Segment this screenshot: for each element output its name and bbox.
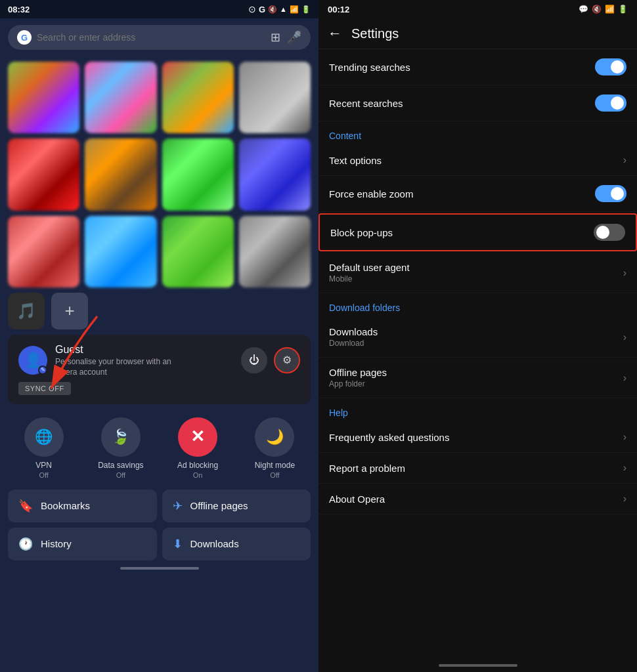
data-savings-status: Off [116, 471, 125, 479]
speed-dial-9[interactable] [8, 216, 79, 287]
speed-dial-11[interactable] [162, 216, 234, 287]
faq-arrow: › [623, 431, 626, 443]
speed-dial-3[interactable] [162, 62, 234, 133]
speed-dial-10[interactable] [85, 216, 156, 287]
recent-searches-item[interactable]: Recent searches [318, 85, 637, 121]
settings-button[interactable]: ⚙ [274, 347, 300, 373]
bookmarks-icon: 🔖 [18, 499, 33, 513]
vpn-action[interactable]: 🌐 VPN Off [11, 417, 77, 479]
bookmarks-label: Bookmarks [41, 500, 90, 511]
speed-dial-6[interactable] [85, 138, 156, 210]
downloads-link[interactable]: ⬇ Downloads [162, 528, 311, 560]
opera-icon: ⊙ [248, 4, 256, 14]
search-bar[interactable]: G ⊞ 🎤 [8, 25, 311, 50]
night-mode-status: Off [270, 471, 279, 479]
status-bar-left: 08:32 ⊙ G 🔇 ▲ 📶 🔋 [0, 0, 318, 18]
offline-pages-link[interactable]: ✈ Offline pages [162, 490, 311, 522]
speed-dial-2[interactable] [85, 62, 156, 133]
block-popups-item[interactable]: Block pop-ups [318, 213, 637, 251]
history-label: History [41, 538, 72, 549]
speed-dial-7[interactable] [162, 138, 234, 210]
account-row: 👤 ✎ Guest Personalise your browser with … [18, 344, 300, 377]
avatar: 👤 ✎ [18, 346, 47, 375]
back-button[interactable]: ← [328, 25, 342, 42]
power-button[interactable]: ⏻ [241, 347, 267, 373]
downloads-item[interactable]: Downloads Download › [318, 317, 637, 358]
signal-icon: 📶 [290, 5, 299, 14]
signal-icon-right: 📶 [605, 5, 615, 14]
about-opera-item[interactable]: About Opera › [318, 484, 637, 514]
adblock-label: Ad blocking [177, 461, 218, 470]
speed-dial-8[interactable] [239, 138, 311, 210]
mic-icon[interactable]: 🎤 [287, 30, 301, 45]
adblock-icon: ✕ [178, 417, 217, 457]
recent-searches-toggle[interactable] [595, 94, 626, 112]
text-options-label-wrap: Text options [329, 155, 382, 166]
right-panel: 00:12 💬 🔇 📶 🔋 ← Settings Trending search… [318, 0, 637, 672]
trending-searches-toggle[interactable] [595, 58, 626, 75]
report-problem-label-wrap: Report a problem [329, 463, 405, 474]
sync-button[interactable]: SYNC OFF [18, 382, 71, 395]
qr-icon[interactable]: ⊞ [271, 30, 280, 45]
user-agent-label-wrap: Default user agent Mobile [329, 262, 410, 284]
quick-actions: 🌐 VPN Off 🍃 Data savings Off ✕ Ad blocki… [0, 410, 318, 487]
block-popups-toggle[interactable] [594, 224, 625, 241]
trending-searches-label: Trending searches [329, 62, 410, 73]
user-agent-sublabel: Mobile [329, 274, 410, 284]
speed-dial-5[interactable] [8, 138, 79, 210]
adblock-status: On [193, 471, 203, 479]
downloads-sublabel: Download [329, 339, 378, 348]
downloads-arrow: › [623, 331, 626, 343]
downloads-label-wrap: Downloads Download [329, 326, 378, 348]
vpn-icon: 🌐 [24, 417, 64, 457]
about-opera-arrow: › [623, 493, 626, 505]
text-options-label: Text options [329, 155, 382, 166]
about-opera-label-wrap: About Opera [329, 494, 385, 505]
block-popups-label: Block pop-ups [330, 227, 393, 238]
text-options-item[interactable]: Text options › [318, 145, 637, 176]
speed-dial-4[interactable] [239, 62, 311, 133]
trending-searches-item[interactable]: Trending searches [318, 49, 637, 85]
night-mode-action[interactable]: 🌙 Night mode Off [242, 417, 307, 479]
report-problem-item[interactable]: Report a problem › [318, 453, 637, 484]
status-icons-right: 💬 🔇 📶 🔋 [579, 5, 628, 14]
data-savings-action[interactable]: 🍃 Data savings Off [88, 417, 154, 479]
settings-list: Trending searches Recent searches Conten… [318, 49, 637, 659]
force-zoom-toggle[interactable] [595, 185, 626, 202]
search-input[interactable] [37, 32, 265, 43]
bottom-icons-row: 🎵 + [0, 293, 318, 329]
recent-searches-label-wrap: Recent searches [329, 98, 403, 109]
history-icon: 🕐 [18, 537, 33, 551]
mute-icon: 🔇 [268, 5, 277, 14]
offline-pages-item[interactable]: Offline pages App folder › [318, 358, 637, 398]
search-bar-icons: ⊞ 🎤 [271, 30, 301, 45]
google-logo: G [17, 30, 32, 45]
bookmarks-link[interactable]: 🔖 Bookmarks [8, 490, 157, 522]
downloads-icon: ⬇ [173, 537, 183, 551]
speed-dial-12[interactable] [239, 216, 311, 287]
status-time-right: 00:12 [328, 5, 349, 14]
left-panel: 08:32 ⊙ G 🔇 ▲ 📶 🔋 G ⊞ 🎤 [0, 0, 318, 672]
block-popups-label-wrap: Block pop-ups [330, 227, 393, 238]
music-app-icon[interactable]: 🎵 [8, 293, 45, 329]
trending-searches-label-wrap: Trending searches [329, 62, 410, 73]
battery-icon: 🔋 [301, 5, 311, 14]
status-icons-left: ⊙ G 🔇 ▲ 📶 🔋 [248, 4, 311, 14]
force-zoom-item[interactable]: Force enable zoom [318, 176, 637, 212]
adblock-action[interactable]: ✕ Ad blocking On [165, 417, 231, 479]
downloads-label: Downloads [329, 326, 378, 337]
offline-pages-label: Offline pages [329, 367, 387, 378]
mute-icon-right: 🔇 [592, 5, 602, 14]
account-desc-2: Opera account [55, 368, 233, 377]
download-folders-section-header: Download folders [318, 293, 637, 317]
vpn-status: Off [39, 471, 48, 479]
battery-icon-right: 🔋 [618, 5, 628, 14]
add-speed-dial-btn[interactable]: + [51, 293, 88, 329]
status-bar-right: 00:12 💬 🔇 📶 🔋 [318, 0, 637, 18]
history-link[interactable]: 🕐 History [8, 528, 157, 560]
user-agent-item[interactable]: Default user agent Mobile › [318, 253, 637, 293]
g-icon: G [259, 5, 265, 14]
report-problem-label: Report a problem [329, 463, 405, 474]
speed-dial-1[interactable] [8, 62, 79, 133]
faq-item[interactable]: Frequently asked questions › [318, 422, 637, 453]
